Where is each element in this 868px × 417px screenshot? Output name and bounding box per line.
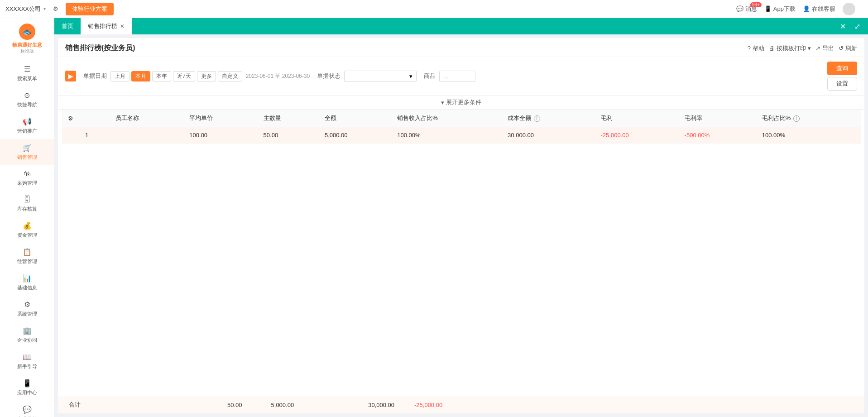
gross-pct-info-icon[interactable]: i bbox=[793, 115, 800, 122]
footer-label: 合计 bbox=[63, 401, 86, 409]
message-btn[interactable]: 💬 消息 99+ bbox=[736, 5, 757, 13]
sidebar-item-enterprise[interactable]: 🏢 企业协同 bbox=[0, 322, 54, 348]
sidebar-label-inventory: 库存核算 bbox=[17, 206, 37, 212]
sidebar-item-guide[interactable]: 📖 新手引导 bbox=[0, 348, 54, 374]
date-more[interactable]: 更多 bbox=[197, 71, 216, 81]
marketing-icon: 📢 bbox=[23, 117, 32, 126]
row-gross: -25,000.00 bbox=[595, 127, 679, 144]
home-icon: ⊙ bbox=[24, 91, 30, 100]
footer-cost: 30,000.00 bbox=[363, 402, 400, 408]
page-header-actions: ? 帮助 🖨 按模板打印 ▾ ↗ 导出 ↺ bbox=[748, 44, 857, 53]
export-button[interactable]: ↗ 导出 bbox=[815, 44, 834, 53]
tab-home[interactable]: 首页 bbox=[54, 18, 81, 34]
page-header: 销售排行榜(按业务员) ? 帮助 🖨 按模板打印 ▾ ↗ bbox=[58, 38, 864, 57]
tab-sales-rank-label: 销售排行榜 bbox=[88, 22, 117, 30]
date-last7days[interactable]: 近7天 bbox=[173, 71, 195, 81]
online-service-label: 在线客服 bbox=[812, 5, 835, 13]
th-gross-rate: 毛利率 bbox=[679, 110, 757, 127]
table-header: ⚙ 员工名称 平均单价 主数量 全额 销售收入占比% 成本全额 i bbox=[62, 110, 861, 127]
status-label: 单据状态 bbox=[317, 72, 340, 80]
logo-area: 🐟 畅康通好生意 标准版 bbox=[0, 18, 54, 60]
expand-row[interactable]: ▾ 展开更多条件 bbox=[58, 96, 864, 110]
date-this-year[interactable]: 本年 bbox=[152, 71, 171, 81]
app-download-label: App下载 bbox=[773, 5, 796, 13]
table-row: 1 100.00 50.00 5,000.00 100.00% 30,000.0… bbox=[62, 127, 861, 144]
top-header: XXXXXX公司 ▾ ⚙ 体验行业方案 💬 消息 99+ 📱 App下载 👤 在… bbox=[0, 0, 868, 18]
row-amount: 5,000.00 bbox=[319, 127, 392, 144]
app-download-btn[interactable]: 📱 App下载 bbox=[764, 5, 796, 13]
sales-icon: 🛒 bbox=[23, 144, 32, 152]
sidebar-item-app-center[interactable]: 📱 应用中心 bbox=[0, 374, 54, 401]
sidebar-item-operations[interactable]: 📋 经营管理 bbox=[0, 243, 54, 269]
content-area: 首页 销售排行榜 ✕ ✕ ⤢ 销售排行榜(按业务员) ? bbox=[54, 18, 868, 417]
sidebar-item-marketing[interactable]: 📢 营销推广 bbox=[0, 113, 54, 139]
message-badge: 99+ bbox=[750, 2, 762, 7]
cost-info-icon[interactable]: i bbox=[534, 115, 540, 122]
export-icon: ↗ bbox=[815, 45, 820, 52]
sidebar-label-operations: 经营管理 bbox=[17, 258, 37, 265]
wechat-icon: 💬 bbox=[23, 405, 32, 414]
help-icon: ? bbox=[748, 45, 751, 52]
tab-close-window-icon[interactable]: ✕ bbox=[837, 21, 848, 32]
date-this-month[interactable]: 本月 bbox=[131, 71, 150, 81]
sidebar-item-basics[interactable]: 📊 基础信息 bbox=[0, 269, 54, 296]
service-icon: 👤 bbox=[803, 5, 810, 12]
th-gross: 毛利 bbox=[595, 110, 679, 127]
refresh-label: 刷新 bbox=[845, 44, 857, 53]
sidebar-label-finance: 资金管理 bbox=[17, 232, 37, 239]
setting-button[interactable]: 设置 bbox=[827, 77, 857, 91]
company-selector[interactable]: XXXXXX公司 ▾ bbox=[5, 5, 46, 13]
logo-icon: 🐟 bbox=[19, 24, 35, 40]
status-select[interactable]: ▾ bbox=[344, 71, 417, 82]
settings-icon-btn[interactable]: ⚙ bbox=[49, 3, 62, 15]
sidebar-label-search: 搜索菜单 bbox=[17, 75, 37, 82]
row-settings bbox=[62, 127, 80, 144]
logo-sub: 标准版 bbox=[20, 48, 34, 54]
help-label: 帮助 bbox=[753, 44, 764, 53]
online-service-btn[interactable]: 👤 在线客服 bbox=[803, 5, 835, 13]
goods-filter-group: 商品 ... bbox=[424, 71, 475, 82]
sidebar-item-purchase[interactable]: 🛍 采购管理 bbox=[0, 165, 54, 191]
export-label: 导出 bbox=[822, 44, 834, 53]
sidebar-label-quick: 快捷导航 bbox=[17, 101, 37, 108]
avatar[interactable] bbox=[843, 3, 855, 15]
tab-restore-icon[interactable]: ⤢ bbox=[852, 21, 863, 32]
sidebar-label-enterprise: 企业协同 bbox=[17, 337, 37, 344]
expand-label: 展开更多条件 bbox=[446, 98, 481, 106]
sidebar-label-marketing: 营销推广 bbox=[17, 128, 37, 134]
company-name: XXXXXX公司 bbox=[5, 5, 41, 13]
goods-select[interactable]: ... bbox=[439, 71, 475, 82]
trial-button[interactable]: 体验行业方案 bbox=[66, 3, 114, 15]
th-name: 员工名称 bbox=[110, 110, 184, 127]
footer-amount: 5,000.00 bbox=[266, 402, 300, 408]
sidebar-item-quick-nav[interactable]: ⊙ 快捷导航 bbox=[0, 86, 54, 113]
th-settings[interactable]: ⚙ bbox=[62, 110, 80, 127]
basics-icon: 📊 bbox=[23, 274, 32, 283]
query-button[interactable]: 查询 bbox=[827, 62, 857, 75]
sidebar-item-inventory[interactable]: 🗄 库存核算 bbox=[0, 191, 54, 217]
refresh-button[interactable]: ↺ 刷新 bbox=[839, 44, 857, 53]
date-filter-group: 单据日期 上月 本月 本年 近7天 更多 自定义 2023-06-01 至 20… bbox=[83, 71, 310, 81]
th-amount: 全额 bbox=[319, 110, 392, 127]
date-prev-month[interactable]: 上月 bbox=[110, 71, 129, 81]
sidebar-item-sales[interactable]: 🛒 销售管理 bbox=[0, 139, 54, 165]
date-custom[interactable]: 自定义 bbox=[218, 71, 242, 81]
tab-close-icon[interactable]: ✕ bbox=[120, 23, 125, 29]
print-chevron-icon: ▾ bbox=[808, 45, 811, 52]
help-button[interactable]: ? 帮助 bbox=[748, 44, 764, 53]
sidebar-label-basics: 基础信息 bbox=[17, 284, 37, 291]
sidebar-item-finance[interactable]: 💰 资金管理 bbox=[0, 217, 54, 243]
row-gross-rate: -500.00% bbox=[679, 127, 757, 144]
sidebar-item-system[interactable]: ⚙ 系统管理 bbox=[0, 296, 54, 322]
status-chevron-icon: ▾ bbox=[409, 73, 412, 80]
tab-actions: ✕ ⤢ bbox=[832, 21, 868, 32]
filter-toggle-arrow[interactable]: ▶ bbox=[65, 71, 76, 81]
print-template-button[interactable]: 🖨 按模板打印 ▾ bbox=[769, 44, 811, 53]
purchase-icon: 🛍 bbox=[24, 170, 31, 178]
tab-sales-rank[interactable]: 销售排行榜 ✕ bbox=[81, 18, 132, 34]
sidebar-item-wechat[interactable]: 💬 企业微信 bbox=[0, 401, 54, 417]
row-name bbox=[110, 127, 184, 144]
app-icon: 📱 bbox=[764, 5, 772, 12]
sidebar-item-search-order[interactable]: ☰ 搜索菜单 bbox=[0, 60, 54, 86]
main-layout: 🐟 畅康通好生意 标准版 ☰ 搜索菜单 ⊙ 快捷导航 📢 营销推广 🛒 销售管理… bbox=[0, 18, 868, 417]
